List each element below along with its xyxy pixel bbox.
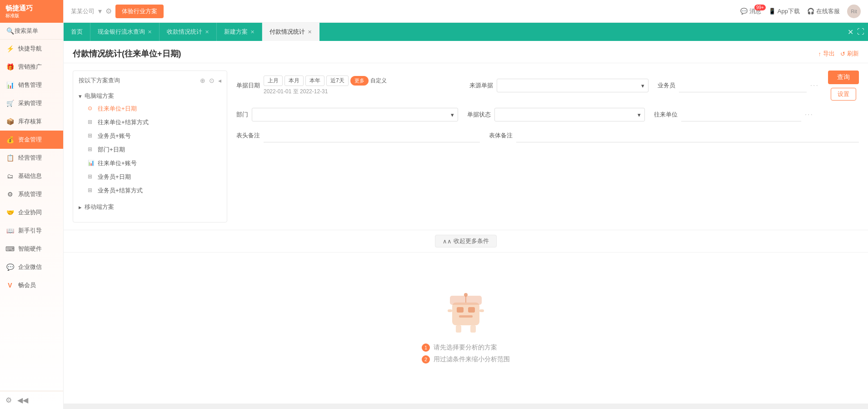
member-icon: V [5, 281, 15, 290]
set-btn[interactable]: 设置 [831, 88, 856, 101]
expand-icon[interactable]: ⛶ [857, 28, 864, 36]
tab-new-scheme[interactable]: 新建方案 ✕ [217, 23, 262, 41]
pc-scheme-header[interactable]: ▾ 电脑端方案 [79, 90, 221, 102]
sidebar-item-search[interactable]: 🔍 搜索菜单 [0, 23, 63, 40]
sidebar-item-basic[interactable]: 🗂 基础信息 [0, 167, 63, 185]
related-unit-more-btn[interactable]: ··· [805, 111, 813, 119]
sidebar-inventory-label: 库存核算 [18, 117, 42, 126]
sidebar: 畅捷通巧 标准版 🔍 搜索菜单 ⚡ 快捷导航 🎁 营销推广 📊 销售管理 🛒 采… [0, 0, 64, 409]
tabbar-right: ✕ ⛶ [844, 23, 868, 41]
topbar-settings-icon[interactable]: ⚙ [105, 7, 112, 15]
purchase-icon: 🛒 [5, 99, 15, 108]
table-header-note-input[interactable] [264, 129, 480, 142]
tab-new-scheme-label: 新建方案 [224, 28, 248, 36]
empty-tip-1: 1 请先选择要分析的方案 [422, 343, 510, 352]
this-year-btn[interactable]: 本年 [305, 76, 324, 86]
user-area[interactable]: Rit [847, 5, 861, 18]
scheme-unit-account[interactable]: 📊 往来单位+账号 [79, 157, 221, 170]
scheme-settings-btn[interactable]: ⊙ [209, 77, 215, 84]
last-7days-btn[interactable]: 近7天 [326, 76, 349, 86]
tab-receipt-close[interactable]: ✕ [205, 29, 209, 35]
message-btn[interactable]: 💬 消息 99+ [740, 7, 761, 15]
query-btn[interactable]: 查询 [828, 71, 859, 84]
export-btn[interactable]: ↑ 导出 [818, 50, 835, 58]
sidebar-sales-label: 销售管理 [18, 81, 42, 89]
svg-rect-3 [459, 315, 473, 318]
online-service-icon: 🎧 [807, 8, 814, 15]
scheme-staff-date[interactable]: ⊞ 业务员+日期 [79, 170, 221, 184]
tab-home[interactable]: 首页 [64, 23, 90, 41]
refresh-icon: ↺ [840, 50, 845, 57]
sidebar-item-marketing[interactable]: 🎁 营销推广 [0, 58, 63, 76]
scheme-unit-settle[interactable]: ⊞ 往来单位+结算方式 [79, 116, 221, 129]
online-service-btn[interactable]: 🎧 在线客服 [807, 7, 840, 15]
staff-more-btn[interactable]: ··· [810, 81, 819, 90]
dept-chevron: ▾ [451, 111, 454, 118]
scheme-staff-account[interactable]: ⊞ 业务员+账号 [79, 129, 221, 143]
sidebar-item-inventory[interactable]: 📦 库存核算 [0, 112, 63, 131]
sidebar-item-wechat[interactable]: 💬 企业微信 [0, 258, 63, 276]
close-all-tabs-icon[interactable]: ✕ [848, 28, 853, 36]
scheme-staff-settle[interactable]: ⊞ 业务员+结算方式 [79, 184, 221, 197]
scheme-dept-date[interactable]: ⊞ 部门+日期 [79, 143, 221, 157]
staff-select[interactable] [679, 79, 807, 92]
tab-payment[interactable]: 付款情况统计 ✕ [262, 23, 319, 41]
doc-status-label: 单据状态 [467, 111, 491, 119]
sidebar-finance-label: 资金管理 [18, 136, 42, 144]
system-icon: ⚙ [5, 190, 15, 199]
quicknav-icon: ⚡ [5, 44, 15, 53]
filter-row-3: 表头备注 表体备注 [236, 129, 859, 142]
sidebar-item-guide[interactable]: 📖 新手引导 [0, 222, 63, 240]
table-body-note-input[interactable] [516, 129, 859, 142]
custom-date-label[interactable]: 自定义 [370, 77, 387, 85]
sidebar-item-finance[interactable]: 💰 资金管理 [0, 131, 63, 149]
sidebar-item-member[interactable]: V 畅会员 [0, 276, 63, 294]
this-month-btn[interactable]: 本月 [284, 76, 304, 86]
date-range-display: 2022-01-01 至 2022-12-31 [264, 88, 387, 96]
last-month-btn[interactable]: 上月 [264, 76, 283, 86]
sidebar-item-hardware[interactable]: ⌨ 智能硬件 [0, 240, 63, 258]
dept-label: 部门 [236, 111, 248, 119]
settings-bottom-icon[interactable]: ⚙ [5, 396, 12, 404]
scheme-staff-account-label: 业务员+账号 [98, 132, 131, 140]
collapse-sidebar-icon[interactable]: ◀◀ [17, 396, 28, 404]
date-picker-area: 上月 本月 本年 近7天 更多 自定义 2022-01-01 至 2022-12… [264, 76, 387, 96]
tab-bank[interactable]: 现金银行流水查询 ✕ [90, 23, 160, 41]
sidebar-item-quicknav[interactable]: ⚡ 快捷导航 [0, 40, 63, 58]
trial-btn[interactable]: 体验行业方案 [115, 5, 164, 18]
dept-field: 部门 ▾ [236, 108, 458, 121]
mobile-scheme-header[interactable]: ▸ 移动端方案 [79, 201, 221, 213]
doc-status-select[interactable]: ▾ [494, 108, 644, 121]
source-doc-select[interactable]: ▾ [497, 79, 649, 92]
sidebar-item-sales[interactable]: 📊 销售管理 [0, 76, 63, 94]
sidebar-item-enterprise[interactable]: 🤝 企业协同 [0, 203, 63, 222]
tab-new-scheme-close[interactable]: ✕ [250, 29, 254, 35]
dept-select[interactable]: ▾ [252, 108, 458, 121]
scheme-unit-date[interactable]: ⊙ 往来单位+日期 [79, 102, 221, 116]
refresh-btn[interactable]: ↺ 刷新 [840, 50, 859, 58]
sidebar-operation-label: 经营管理 [18, 154, 42, 162]
app-download-btn[interactable]: 📱 App下载 [768, 7, 800, 15]
more-date-btn[interactable]: 更多 [350, 76, 369, 86]
table-header-note-label: 表头备注 [236, 131, 260, 140]
svg-rect-1 [457, 307, 464, 313]
tab-bank-close[interactable]: ✕ [148, 29, 152, 35]
page-actions: ↑ 导出 ↺ 刷新 [818, 50, 859, 58]
tab-receipt[interactable]: 收款情况统计 ✕ [160, 23, 217, 41]
doc-status-field: 单据状态 ▾ [467, 108, 644, 121]
table-body-note-label: 表体备注 [489, 131, 513, 140]
sidebar-item-purchase[interactable]: 🛒 采购管理 [0, 94, 63, 112]
topbar-dropdown-icon[interactable]: ▾ [98, 7, 102, 15]
staff-field: 业务员 ··· [658, 79, 819, 92]
collapse-conditions-btn[interactable]: ∧∧ 收起更多条件 [435, 235, 497, 247]
tab-payment-close[interactable]: ✕ [308, 29, 312, 35]
source-doc-label: 来源单据 [469, 81, 493, 90]
related-unit-select[interactable] [681, 108, 801, 121]
empty-illustration [439, 289, 493, 334]
add-scheme-btn[interactable]: ⊕ [200, 77, 205, 84]
collapse-scheme-btn[interactable]: ◂ [218, 77, 221, 84]
sidebar-item-operation[interactable]: 📋 经营管理 [0, 149, 63, 167]
online-service-label: 在线客服 [816, 7, 840, 15]
sidebar-item-system[interactable]: ⚙ 系统管理 [0, 185, 63, 203]
basic-icon: 🗂 [5, 172, 15, 181]
